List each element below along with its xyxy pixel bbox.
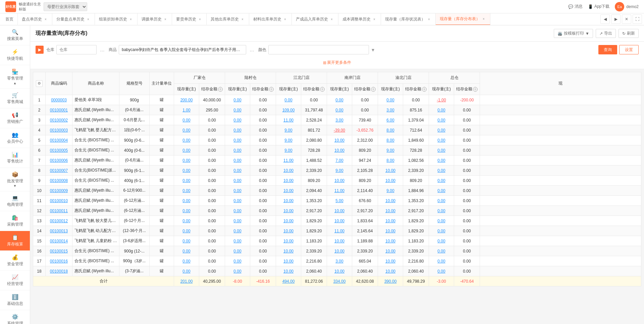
cell-c2-qty[interactable]: 0.00 <box>225 226 250 236</box>
cell-c2-qty[interactable]: 0.00 <box>225 206 250 216</box>
cell-c3-qty[interactable]: 10.00 <box>276 226 301 236</box>
cell-c1-qty[interactable]: 0.00 <box>174 166 199 176</box>
cell-c3-qty[interactable]: 10.00 <box>276 176 301 186</box>
info-nanan-icon[interactable]: ① <box>371 87 376 92</box>
tab-close-btn[interactable]: × <box>372 17 377 21</box>
print-btn[interactable]: 🖨️ 按模板打印 ▼ <box>554 29 593 38</box>
warehouse-more-icon[interactable]: … <box>99 46 106 54</box>
cell-c1-qty[interactable]: 0.00 <box>174 226 199 236</box>
cell-total-qty[interactable]: 0.00 <box>429 155 454 166</box>
cell-c3-qty[interactable]: 10.00 <box>276 166 301 176</box>
cell-c4-qty[interactable]: 11.00 <box>327 186 352 196</box>
cell-code[interactable]: 00100004 <box>46 135 72 145</box>
cell-c1-qty[interactable]: 0.00 <box>174 206 199 216</box>
tab-close-btn[interactable]: × <box>163 17 168 21</box>
cell-total-qty[interactable]: 0.00 <box>429 166 454 176</box>
cell-c5-qty[interactable]: 10.00 <box>378 196 403 206</box>
cell-c4-qty[interactable]: 0.00 <box>327 105 352 115</box>
cell-c4-qty[interactable]: 7.00 <box>327 155 352 166</box>
cell-c3-qty[interactable]: 10.00 <box>276 186 301 196</box>
sidebar-item-operations[interactable]: 📈 经营管理 <box>0 271 30 290</box>
cell-c2-qty[interactable]: 0.00 <box>225 196 250 206</box>
tab-product-in[interactable]: 产成品入库单历史 × <box>292 13 338 25</box>
cell-c5-qty[interactable]: 0.00 <box>378 95 403 105</box>
cell-c5-qty[interactable]: 8.00 <box>378 155 403 166</box>
cell-code[interactable]: 00100013 <box>46 226 72 236</box>
cell-c5-qty[interactable]: 10.00 <box>378 266 403 276</box>
tab-close-all-btn[interactable]: ✕ <box>622 14 631 24</box>
cell-c3-qty[interactable]: 11.00 <box>276 155 301 166</box>
cell-c1-qty[interactable]: 1.00 <box>174 105 199 115</box>
cell-c1-qty[interactable]: 0.00 <box>174 196 199 206</box>
sidebar-item-retail-mgmt[interactable]: 🏪 零售管理 ▲ <box>0 65 30 89</box>
cell-c5-qty[interactable]: 10.00 <box>378 216 403 226</box>
tab-home[interactable]: 首页 <box>1 13 18 25</box>
cell-c4-qty[interactable]: 3.00 <box>327 256 352 266</box>
cell-total-qty[interactable]: 0.00 <box>429 246 454 256</box>
summary-c1-qty[interactable]: 201.00 <box>174 276 199 286</box>
tab-close-btn[interactable]: × <box>240 17 245 21</box>
tab-close-btn[interactable]: × <box>481 16 486 21</box>
cell-total-qty[interactable]: 0.00 <box>429 176 454 186</box>
cell-total-qty[interactable]: 0.00 <box>429 206 454 216</box>
cell-c1-qty[interactable]: 0.00 <box>174 186 199 196</box>
cell-c3-qty[interactable]: 10.00 <box>276 196 301 206</box>
summary-c4-qty[interactable]: 334.00 <box>327 276 352 286</box>
export-btn[interactable]: ↗ 导出 <box>596 29 616 38</box>
cell-c3-qty[interactable]: 9.00 <box>276 135 301 145</box>
color-input[interactable] <box>268 45 369 54</box>
more-conditions-btn[interactable]: ⊞ 展开更多条件 <box>323 60 351 65</box>
cell-c2-qty[interactable]: 0.00 <box>225 216 250 226</box>
cell-c3-qty[interactable]: 0.00 <box>276 95 301 105</box>
cell-c4-qty[interactable]: 10.00 <box>327 206 352 216</box>
cell-c2-qty[interactable]: 0.00 <box>225 236 250 246</box>
cell-c4-qty[interactable]: 10.00 <box>327 135 352 145</box>
cell-c4-qty[interactable]: 0.00 <box>327 95 352 105</box>
cell-c2-qty[interactable]: 0.00 <box>225 135 250 145</box>
cell-c4-qty[interactable]: 10.00 <box>327 246 352 256</box>
tab-requisition[interactable]: 要货单历史 × <box>172 13 207 25</box>
cell-c4-qty[interactable]: 9.00 <box>327 166 352 176</box>
cell-code[interactable]: 0000003 <box>46 95 72 105</box>
cell-c2-qty[interactable]: 0.00 <box>225 266 250 276</box>
cell-c5-qty[interactable]: 8.00 <box>378 125 403 135</box>
color-dropdown-icon[interactable]: ▾ <box>372 47 374 53</box>
summary-c3-qty[interactable]: 494.00 <box>276 276 301 286</box>
refresh-btn[interactable]: ↻ 刷新 <box>619 29 639 38</box>
cell-total-qty[interactable]: 0.00 <box>429 256 454 266</box>
user-area[interactable]: Ea demo2 <box>615 2 639 11</box>
tab-split-count[interactable]: 分量盘点单历史 × <box>52 13 95 25</box>
product-more-icon[interactable]: … <box>248 46 256 54</box>
cell-c1-qty[interactable]: 0.00 <box>174 216 199 226</box>
cell-c3-qty[interactable]: 10.00 <box>276 206 301 216</box>
cell-c4-qty[interactable]: -39.00 <box>327 125 352 135</box>
cell-c2-qty[interactable]: 0.00 <box>225 95 250 105</box>
cell-c3-qty[interactable]: 10.00 <box>276 216 301 226</box>
cell-code[interactable]: 00100009 <box>46 186 72 196</box>
cell-c4-qty[interactable]: 10.00 <box>327 176 352 186</box>
cell-c3-qty[interactable]: 11.00 <box>276 115 301 125</box>
cell-total-qty[interactable]: -1.00 <box>429 95 454 105</box>
cell-c4-qty[interactable]: 5.00 <box>327 196 352 206</box>
cell-code[interactable]: 00100003 <box>46 125 72 135</box>
cell-c3-qty[interactable]: 10.00 <box>276 256 301 266</box>
info-factory-icon[interactable]: ① <box>218 87 223 92</box>
tab-transfer[interactable]: 调拨单历史 × <box>138 13 172 25</box>
sidebar-item-retail-stats[interactable]: 📊 零售统计 <box>0 148 30 168</box>
cell-total-qty[interactable]: 0.00 <box>429 115 454 125</box>
cell-c3-qty[interactable]: 9.00 <box>276 145 301 155</box>
cell-total-qty[interactable]: 0.00 <box>429 266 454 276</box>
cell-c1-qty[interactable]: 0.00 <box>174 246 199 256</box>
sidebar-item-ecommerce[interactable]: 💻 电商管理 <box>0 191 30 211</box>
summary-c2-qty[interactable]: -8.00 <box>225 276 250 286</box>
sidebar-item-marketing[interactable]: 📢 营销推广 <box>0 108 30 128</box>
settings-icon[interactable]: ⚙ <box>36 80 43 87</box>
product-input[interactable] <box>119 45 246 54</box>
sidebar-item-finance[interactable]: 💰 资金管理 <box>0 251 30 271</box>
cell-total-qty[interactable]: 0.00 <box>429 196 454 206</box>
cell-code[interactable]: 00100005 <box>46 145 72 155</box>
cell-code[interactable]: 00100011 <box>46 206 72 216</box>
sidebar-item-retail-mall[interactable]: 🛒 零售商城 <box>0 89 30 108</box>
cell-total-qty[interactable]: 0.00 <box>429 236 454 246</box>
tab-assemble[interactable]: 组装折卸单历史 × <box>95 13 138 25</box>
